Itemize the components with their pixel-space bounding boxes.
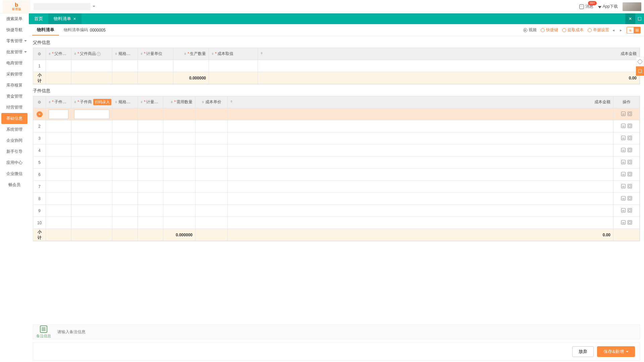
tab-bom[interactable]: 物料清单✕ bbox=[48, 13, 82, 24]
sort-icon bbox=[74, 100, 76, 104]
messages-button[interactable]: 消息 99+ bbox=[579, 4, 593, 9]
row-index: 7 bbox=[33, 181, 46, 193]
copy-row-button[interactable] bbox=[628, 196, 632, 200]
child-section-title: 子件信息 bbox=[33, 88, 640, 94]
copy-row-button[interactable] bbox=[628, 208, 632, 213]
parent-row[interactable]: 1 bbox=[33, 60, 640, 72]
col-parent-cost-amt[interactable]: 成本金额 bbox=[258, 48, 640, 60]
sort-icon bbox=[202, 100, 204, 104]
col-child-product[interactable]: 子件商扫码录入 bbox=[71, 96, 112, 108]
sidebar-item-system[interactable]: 系统管理 bbox=[0, 124, 29, 135]
copy-row-button[interactable] bbox=[628, 124, 632, 128]
save-and-new-button[interactable]: 保存&新增 bbox=[597, 346, 635, 357]
sidebar-item-basic-info[interactable]: 基础信息 bbox=[1, 113, 28, 124]
col-child-spec[interactable]: 规格… bbox=[112, 96, 138, 108]
close-icon[interactable]: ✕ bbox=[73, 17, 76, 21]
tool-shortcut[interactable]: 快捷键 bbox=[541, 27, 558, 33]
tab-close-all[interactable]: ✕ bbox=[625, 13, 635, 24]
col-parent-cost-src[interactable]: 成本取值 bbox=[209, 48, 258, 60]
rail-expand[interactable] bbox=[636, 66, 644, 76]
delete-row-button[interactable] bbox=[621, 208, 626, 213]
sidebar-item-inventory[interactable]: 库存核算 bbox=[0, 80, 29, 91]
child-row[interactable]: 2 bbox=[33, 120, 640, 132]
discard-button[interactable]: 放弃 bbox=[572, 346, 594, 357]
user-avatar[interactable] bbox=[623, 2, 641, 11]
sidebar-item-retail[interactable]: 零售管理 bbox=[0, 36, 29, 47]
child-row[interactable]: 7 bbox=[33, 181, 640, 193]
col-parent-qty[interactable]: 生产数量 bbox=[173, 48, 209, 60]
col-child-qty[interactable]: 需用数量 bbox=[163, 96, 196, 108]
col-parent-product[interactable]: 父件商品? bbox=[71, 48, 112, 60]
sidebar-item-purchase[interactable]: 采购管理 bbox=[0, 69, 29, 80]
col-child-op: 操作 bbox=[613, 96, 640, 108]
sidebar-item-collab[interactable]: 企业协同 bbox=[0, 135, 29, 146]
col-child-code[interactable]: 子件… bbox=[46, 96, 71, 108]
child-row[interactable]: 9 bbox=[33, 205, 640, 217]
child-row[interactable]: 4 bbox=[33, 144, 640, 157]
col-gear[interactable]: ⚙ bbox=[33, 48, 46, 60]
child-code-input[interactable] bbox=[49, 110, 68, 119]
sidebar-item-business[interactable]: 经营管理 bbox=[0, 102, 29, 113]
delete-row-button[interactable] bbox=[621, 220, 626, 225]
child-row[interactable]: 3 bbox=[33, 132, 640, 144]
sidebar-item-wholesale[interactable]: 批发管理 bbox=[0, 47, 29, 58]
delete-row-button[interactable] bbox=[621, 112, 626, 116]
delete-row-button[interactable] bbox=[621, 148, 626, 152]
child-row[interactable]: 5 bbox=[33, 157, 640, 169]
help-icon[interactable]: ? bbox=[97, 52, 101, 56]
sidebar-item-ecommerce[interactable]: 电商管理 bbox=[0, 58, 29, 69]
doc-code-label: 物料清单编码 bbox=[64, 27, 88, 33]
sidebar-item-wechat[interactable]: 企业微信 bbox=[0, 168, 29, 179]
child-row[interactable]: + bbox=[33, 108, 640, 120]
nav-prev[interactable]: ◂ bbox=[610, 27, 616, 33]
sidebar-item-quicknav[interactable]: 快捷导航 bbox=[0, 24, 29, 36]
delete-row-button[interactable] bbox=[621, 184, 626, 188]
sidebar-item-funds[interactable]: 资金管理 bbox=[0, 91, 29, 102]
sidebar-item-apps[interactable]: 应用中心 bbox=[0, 157, 29, 168]
copy-row-button[interactable] bbox=[628, 184, 632, 188]
delete-row-button[interactable] bbox=[621, 196, 626, 200]
copy-row-button[interactable] bbox=[628, 172, 632, 176]
app-download-button[interactable]: App下载 bbox=[598, 4, 618, 9]
copy-row-button[interactable] bbox=[628, 160, 632, 164]
tool-video[interactable]: 视频 bbox=[523, 27, 537, 33]
sidebar-item-member[interactable]: 畅会员 bbox=[0, 179, 29, 190]
copy-row-button[interactable] bbox=[628, 220, 632, 225]
rail-edit[interactable] bbox=[636, 57, 644, 66]
col-parent-unit[interactable]: 计量单位 bbox=[138, 48, 173, 60]
copy-row-button[interactable] bbox=[628, 136, 632, 140]
delete-row-button[interactable] bbox=[621, 124, 626, 128]
col-child-amt[interactable]: 成本金额 bbox=[228, 96, 613, 108]
copy-row-button[interactable] bbox=[628, 148, 632, 152]
parent-subtotal-qty: 0.000000 bbox=[173, 72, 209, 84]
col-child-unit[interactable]: 计量… bbox=[138, 96, 163, 108]
delete-row-button[interactable] bbox=[621, 160, 626, 164]
tab-home[interactable]: 首页 bbox=[29, 13, 48, 24]
sidebar-item-guide[interactable]: 新手引导 bbox=[0, 146, 29, 157]
copy-row-button[interactable] bbox=[628, 112, 632, 116]
fullscreen-button[interactable] bbox=[635, 13, 644, 24]
chevron-down-icon bbox=[24, 40, 27, 43]
view-list[interactable]: ≡ bbox=[627, 27, 634, 33]
col-child-price[interactable]: 成本单价 bbox=[196, 96, 228, 108]
scan-input-tag[interactable]: 扫码录入 bbox=[93, 99, 111, 105]
delete-row-button[interactable] bbox=[621, 136, 626, 140]
child-row[interactable]: 10 bbox=[33, 217, 640, 229]
nav-next[interactable]: ▸ bbox=[618, 27, 624, 33]
col-gear[interactable]: ⚙ bbox=[33, 96, 46, 108]
col-parent-code[interactable]: 父件… bbox=[46, 48, 71, 60]
tool-doc-setting[interactable]: 单据设置 bbox=[588, 27, 609, 33]
chevron-down-icon bbox=[24, 51, 27, 54]
child-row[interactable]: 8 bbox=[33, 193, 640, 205]
tool-extract-cost[interactable]: 提取成本 bbox=[562, 27, 584, 33]
add-row-button[interactable]: + bbox=[37, 111, 43, 117]
subtab-bom[interactable]: 物料清单 bbox=[32, 25, 59, 36]
child-row[interactable]: 6 bbox=[33, 169, 640, 181]
child-product-input[interactable] bbox=[74, 110, 109, 119]
view-form[interactable]: ▤ bbox=[634, 27, 640, 33]
col-parent-spec[interactable]: 规格… bbox=[112, 48, 138, 60]
remark-input[interactable] bbox=[54, 325, 640, 339]
company-selector[interactable] bbox=[34, 3, 91, 10]
sidebar-item-search[interactable]: 搜索菜单 bbox=[0, 13, 29, 24]
delete-row-button[interactable] bbox=[621, 172, 626, 176]
